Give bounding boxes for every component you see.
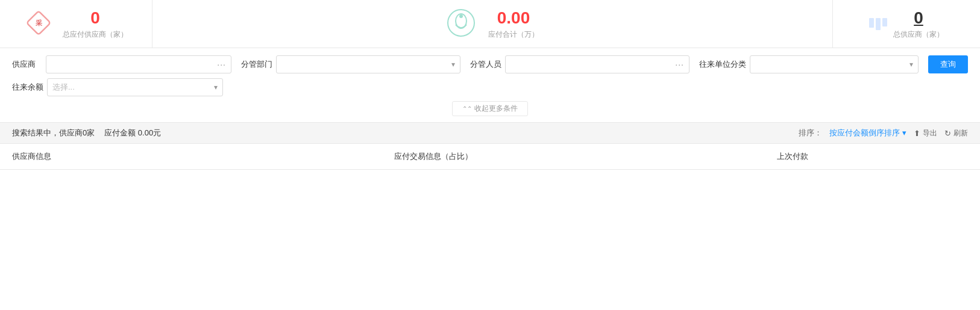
sort-label: 排序： (799, 128, 822, 138)
filter-row-1: 供应商 ··· 分管部门 ▾ 分管人员 ··· 往来单位分类 (12, 55, 968, 73)
collapse-button[interactable]: ⌃⌃ 收起更多条件 (452, 101, 528, 116)
refresh-button[interactable]: ↻ 刷新 (944, 128, 968, 138)
payable-suppliers-count: 0 (90, 8, 100, 28)
sort-chevron-icon: ▾ (902, 128, 906, 137)
collapse-label: 收起更多条件 (474, 104, 518, 114)
col-supplier-header: 供应商信息 (12, 151, 394, 162)
payable-suppliers-label: 总应付供应商（家） (63, 29, 128, 40)
unit-label: 往来单位分类 (699, 59, 746, 70)
refresh-icon: ↻ (944, 129, 951, 138)
total-suppliers-stat: 0 总供应商（家） (869, 8, 944, 40)
search-result-text: 搜索结果中，供应商0家 (12, 128, 95, 138)
filter-balance: 往来余额 选择... ▾ (12, 78, 223, 96)
unit-select[interactable]: ▾ (750, 55, 919, 73)
result-right: 排序： 按应付会额倒序排序 ▾ ⬆ 导出 ↻ 刷新 (799, 128, 968, 138)
query-button[interactable]: 查询 (928, 55, 968, 73)
filter-unit: 往来单位分类 ▾ (699, 55, 919, 73)
diamond-icon: 采 (24, 8, 53, 37)
result-bar: 搜索结果中，供应商0家 应付金额 0.00元 排序： 按应付会额倒序排序 ▾ ⬆… (0, 123, 980, 144)
balance-placeholder: 选择... (52, 82, 75, 93)
balance-select[interactable]: 选择... ▾ (47, 78, 223, 96)
collapse-up-icon: ⌃⌃ (462, 105, 472, 112)
svg-text:采: 采 (36, 19, 43, 26)
sort-value-text: 按应付会额倒序排序 (829, 128, 900, 137)
payable-total-count: 0.00 (497, 8, 530, 28)
filter-bar: 供应商 ··· 分管部门 ▾ 分管人员 ··· 往来单位分类 (0, 48, 980, 123)
payable-total-label: 应付合计（万） (488, 29, 539, 40)
col-lastpay-header: 上次付款 (777, 151, 968, 162)
table-header: 供应商信息 应付交易信息（占比） 上次付款 (0, 144, 980, 170)
logo-area: 采 (24, 8, 53, 39)
stat-section-payable-total: 0.00 应付合计（万） (152, 0, 833, 48)
department-chevron-icon: ▾ (451, 60, 455, 69)
payable-amount-text: 应付金额 0.00元 (104, 128, 161, 138)
person-dots-icon[interactable]: ··· (675, 60, 684, 69)
export-button[interactable]: ⬆ 导出 (914, 128, 937, 138)
balance-label: 往来余额 (12, 82, 43, 93)
collapse-row: ⌃⌃ 收起更多条件 (12, 101, 968, 116)
export-label: 导出 (923, 128, 937, 138)
payable-suppliers-stat: 0 总应付供应商（家） (63, 8, 128, 40)
person-input[interactable]: ··· (505, 55, 689, 73)
refresh-label: 刷新 (953, 128, 968, 138)
total-suppliers-count: 0 (914, 8, 923, 28)
person-label: 分管人员 (470, 59, 501, 70)
table-body (0, 170, 980, 310)
supplier-icon (869, 18, 887, 30)
filter-person: 分管人员 ··· (470, 55, 689, 73)
result-left: 搜索结果中，供应商0家 应付金额 0.00元 (12, 128, 161, 138)
total-suppliers-label: 总供应商（家） (893, 29, 944, 40)
department-select[interactable]: ▾ (276, 55, 460, 73)
export-icon: ⬆ (914, 129, 920, 138)
col-payable-header: 应付交易信息（占比） (394, 151, 776, 162)
supplier-dots-icon[interactable]: ··· (217, 60, 226, 69)
balance-chevron-icon: ▾ (214, 83, 218, 91)
supplier-label: 供应商 (12, 59, 42, 70)
stat-section-total-suppliers: 快速录单的快捷键说明在这里 × 0 总供应商（家） (833, 0, 980, 48)
total-suppliers-text: 0 总供应商（家） (893, 8, 944, 40)
total-suppliers-row: 0 总供应商（家） (869, 8, 944, 40)
stat-section-payable-suppliers: 采 0 总应付供应商（家） (0, 0, 152, 48)
department-label: 分管部门 (241, 59, 272, 70)
mint-icon-area (446, 8, 476, 40)
unit-chevron-icon: ▾ (909, 60, 913, 69)
svg-point-4 (459, 14, 463, 18)
filter-department: 分管部门 ▾ (241, 55, 460, 73)
mint-bean-icon (446, 8, 476, 38)
stats-bar: 采 0 总应付供应商（家） 0.00 应付合计（万） 快速录单的快捷 (0, 0, 980, 48)
sort-value[interactable]: 按应付会额倒序排序 ▾ (829, 128, 906, 138)
filter-row-2: 往来余额 选择... ▾ (12, 78, 223, 96)
payable-total-stat: 0.00 应付合计（万） (488, 8, 539, 40)
filter-supplier: 供应商 ··· (12, 55, 231, 73)
supplier-input[interactable]: ··· (46, 55, 231, 73)
